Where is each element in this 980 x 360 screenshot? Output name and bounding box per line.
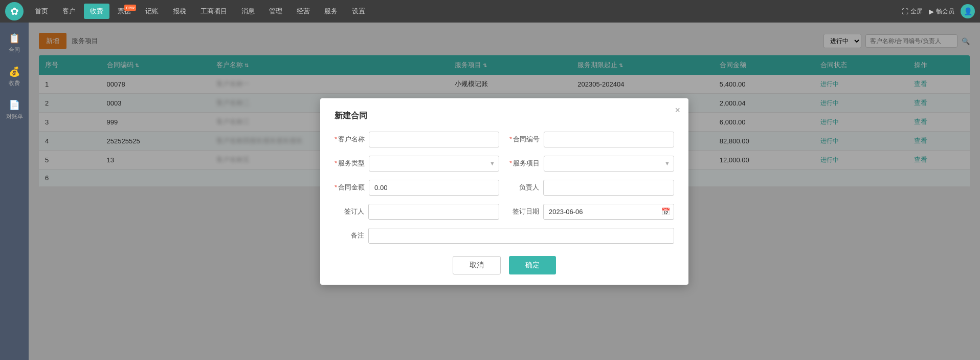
billing-icon: 💰 [9, 66, 20, 77]
content-area: 新增 服务项目 进行中 已完成 已终止 🔍 序号 合同编码⇅ 客户名称⇅ 服务项… [29, 23, 980, 360]
nav-right-actions: ⛶ 全屏 ▶ 畅会员 👤 [902, 4, 975, 18]
nav-billing[interactable]: 收费 [84, 4, 109, 19]
member-button[interactable]: ▶ 畅会员 [929, 7, 954, 16]
service-item-field: *服务项目 ▼ [509, 156, 674, 172]
nav-service[interactable]: 服务 [318, 4, 344, 19]
confirm-button[interactable]: 确定 [509, 256, 556, 274]
contract-amount-input[interactable] [369, 180, 499, 196]
avatar[interactable]: 👤 [961, 4, 975, 18]
service-type-field: *服务类型 ▼ [335, 156, 499, 172]
nav-client[interactable]: 客户 [56, 4, 82, 19]
modal-close-button[interactable]: × [675, 105, 680, 115]
nav-tax[interactable]: 报税 [167, 4, 192, 19]
main-layout: 📋 合同 💰 收费 📄 对账单 新增 服务项目 进行中 已完成 已终止 � [0, 23, 980, 360]
nav-invoice[interactable]: 票据 new [112, 4, 137, 19]
sign-date-label: 签订日期 [509, 207, 539, 216]
new-contract-modal: × 新建合同 *客户名称 *合同编号 [320, 98, 688, 285]
sidebar-item-billing-label: 收费 [9, 79, 20, 87]
service-type-select[interactable] [369, 156, 499, 172]
signer-field: 签订人 [335, 204, 499, 220]
contract-number-input[interactable] [544, 132, 674, 147]
sidebar-item-statement[interactable]: 📄 对账单 [0, 94, 29, 125]
cancel-button[interactable]: 取消 [453, 256, 501, 274]
remark-field: 备注 [335, 228, 674, 244]
customer-name-input[interactable] [369, 132, 499, 147]
nav-home[interactable]: 首页 [29, 4, 54, 19]
remark-label: 备注 [335, 231, 364, 240]
contract-amount-label: *合同金额 [335, 183, 365, 192]
modal-footer: 取消 确定 [335, 256, 674, 274]
customer-name-field: *客户名称 [335, 132, 499, 147]
nav-messages[interactable]: 消息 [235, 4, 261, 19]
service-type-select-wrapper: ▼ [369, 156, 499, 172]
new-badge: new [124, 5, 136, 11]
contract-amount-field: *合同金额 [335, 180, 499, 196]
sign-date-wrapper: 📅 [543, 204, 674, 220]
contract-number-field: *合同编号 [509, 132, 674, 147]
service-item-select[interactable] [544, 156, 674, 172]
modal-form: *客户名称 *合同编号 *服务类型 [335, 132, 674, 220]
nav-business[interactable]: 工商项目 [194, 4, 233, 19]
person-in-charge-label: 负责人 [509, 183, 539, 192]
modal-overlay: × 新建合同 *客户名称 *合同编号 [29, 23, 980, 360]
nav-management[interactable]: 管理 [263, 4, 288, 19]
sidebar-item-billing[interactable]: 💰 收费 [0, 61, 29, 92]
signer-input[interactable] [368, 204, 499, 220]
person-in-charge-field: 负责人 [509, 180, 674, 196]
person-in-charge-input[interactable] [543, 180, 674, 196]
service-item-label: *服务项目 [509, 159, 540, 168]
sidebar-item-contract-label: 合同 [9, 46, 20, 54]
nav-bookkeeping[interactable]: 记账 [139, 4, 165, 19]
app-logo: ✿ [5, 2, 24, 20]
sign-date-input[interactable] [543, 204, 674, 220]
calendar-icon[interactable]: 📅 [661, 207, 670, 216]
sidebar-item-contract[interactable]: 📋 合同 [0, 28, 29, 59]
statement-icon: 📄 [9, 99, 20, 111]
signer-label: 签订人 [335, 207, 364, 216]
modal-title: 新建合同 [335, 111, 674, 121]
remark-input[interactable] [368, 228, 674, 244]
service-item-select-wrapper: ▼ [544, 156, 674, 172]
sidebar-item-statement-label: 对账单 [6, 113, 23, 120]
service-type-label: *服务类型 [335, 159, 365, 168]
sidebar: 📋 合同 💰 收费 📄 对账单 [0, 23, 29, 360]
fullscreen-button[interactable]: ⛶ 全屏 [902, 7, 923, 16]
contract-number-label: *合同编号 [509, 135, 540, 144]
nav-settings[interactable]: 设置 [346, 4, 371, 19]
contract-icon: 📋 [9, 33, 20, 44]
customer-name-label: *客户名称 [335, 135, 365, 144]
top-navigation: ✿ 首页 客户 收费 票据 new 记账 报税 工商项目 消息 管理 经营 服务… [0, 0, 980, 23]
nav-menu: 首页 客户 收费 票据 new 记账 报税 工商项目 消息 管理 经营 服务 设… [29, 4, 902, 19]
sign-date-field: 签订日期 📅 [509, 204, 674, 220]
nav-operations[interactable]: 经营 [291, 4, 316, 19]
